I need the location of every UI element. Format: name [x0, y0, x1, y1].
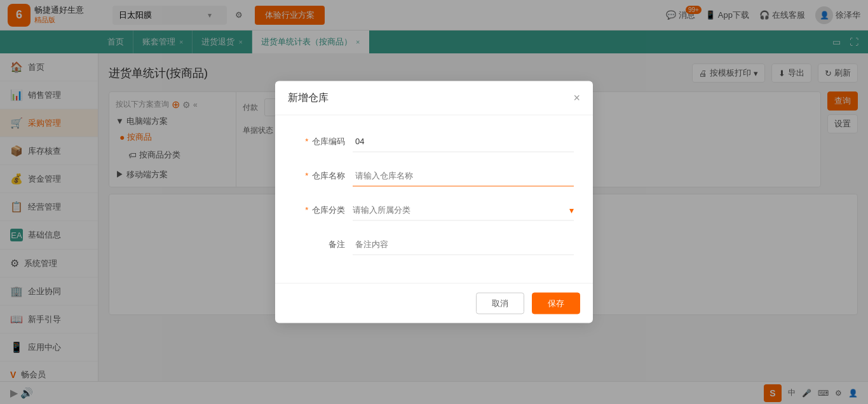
category-select-input[interactable] [353, 205, 569, 215]
form-row-code: * 仓库编码 [294, 131, 574, 152]
add-warehouse-modal: 新增仓库 × * 仓库编码 * 仓库名称 * 仓库分类 [275, 81, 593, 323]
required-star-name: * [305, 171, 308, 180]
form-row-name: * 仓库名称 [294, 165, 574, 187]
save-button[interactable]: 保存 [532, 293, 580, 314]
notes-label: 备注 [294, 239, 345, 250]
warehouse-code-input[interactable] [353, 131, 574, 152]
warehouse-notes-input[interactable] [353, 234, 574, 255]
code-label: * 仓库编码 [294, 136, 345, 147]
cancel-button[interactable]: 取消 [476, 293, 524, 314]
modal-close-button[interactable]: × [573, 91, 580, 105]
modal-title: 新增仓库 [288, 91, 329, 105]
category-dropdown-icon: ▾ [569, 205, 574, 215]
form-row-notes: 备注 [294, 234, 574, 255]
category-label: * 仓库分类 [294, 205, 345, 216]
required-star-category: * [305, 205, 308, 215]
name-label: * 仓库名称 [294, 170, 345, 182]
warehouse-name-input[interactable] [353, 165, 574, 187]
form-row-category: * 仓库分类 ▾ [294, 199, 574, 221]
warehouse-category-select[interactable]: ▾ [353, 199, 574, 221]
modal-footer: 取消 保存 [275, 283, 593, 323]
modal-body: * 仓库编码 * 仓库名称 * 仓库分类 ▾ 备注 [275, 116, 593, 283]
modal-header: 新增仓库 × [275, 81, 593, 116]
required-star-code: * [305, 137, 308, 146]
